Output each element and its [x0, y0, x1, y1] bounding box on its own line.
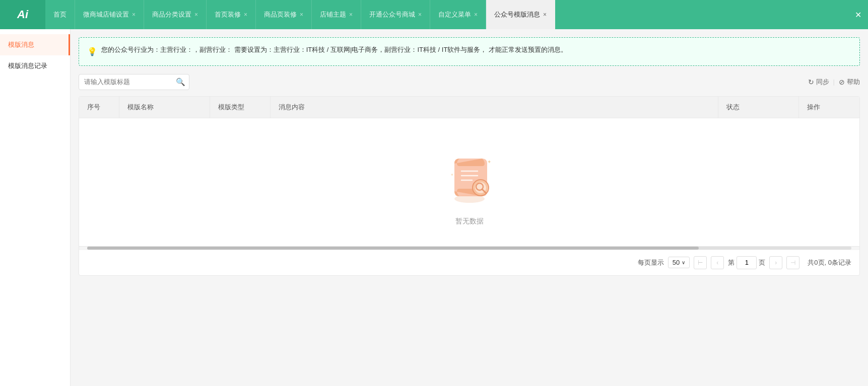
col-actions: 操作 [799, 97, 859, 118]
per-page-dropdown-icon: ∨ [682, 260, 685, 265]
nav-tab-label-home: 首页 [53, 10, 66, 19]
nav-tab-open-mall[interactable]: 开通公众号商城× [361, 0, 430, 29]
per-page-label: 每页显示 [638, 258, 664, 267]
nav-tab-category-settings[interactable]: 商品分类设置× [144, 0, 207, 29]
col-content: 消息内容 [271, 97, 718, 118]
table-header: 序号 模版名称 模版类型 消息内容 状态 操作 [79, 97, 859, 118]
search-bar: 🔍 ↻ 同步 | ⊘ 帮助 [79, 74, 860, 90]
nav-tabs: 首页微商城店铺设置×商品分类设置×首页装修×商品页装修×店铺主题×开通公众号商城… [45, 0, 848, 29]
nav-tab-homepage-decoration[interactable]: 首页装修× [207, 0, 256, 29]
help-button[interactable]: ⊘ 帮助 [839, 78, 860, 87]
search-left: 🔍 [79, 74, 189, 90]
data-table: 序号 模版名称 模版类型 消息内容 状态 操作 [79, 96, 860, 276]
col-type: 模版类型 [210, 97, 271, 118]
close-all-button[interactable]: ✕ [848, 0, 868, 29]
nav-tab-label-shop-settings: 微商城店铺设置 [83, 10, 129, 19]
scrollbar-row[interactable] [79, 246, 859, 250]
close-tab-icon-product-decoration[interactable]: × [300, 11, 303, 18]
last-page-button[interactable]: ⊣ [786, 256, 799, 269]
nav-tab-label-open-mall: 开通公众号商城 [369, 10, 415, 19]
close-tab-icon-homepage-decoration[interactable]: × [244, 11, 247, 18]
nav-tab-label-product-decoration: 商品页装修 [264, 10, 297, 19]
close-tab-icon-custom-menu[interactable]: × [474, 11, 478, 18]
page-input-wrap: 第 页 [728, 256, 765, 269]
nav-tab-label-homepage-decoration: 首页装修 [215, 10, 241, 19]
empty-illustration: ✦ ✦ [439, 148, 500, 209]
nav-tab-store-theme[interactable]: 店铺主题× [312, 0, 361, 29]
nav-tab-shop-settings[interactable]: 微商城店铺设置× [75, 0, 144, 29]
logo: Ai [0, 0, 45, 29]
prev-page-button[interactable]: ‹ [711, 256, 724, 269]
sidebar-item-template-record[interactable]: 模版消息记录 [0, 55, 70, 76]
scrollbar-thumb[interactable] [87, 247, 699, 250]
nav-tab-template-message[interactable]: 公众号模版消息× [486, 0, 555, 29]
sync-icon: ↻ [808, 78, 814, 86]
page-number-input[interactable] [737, 256, 757, 269]
content-area: 💡 您的公众号行业为：主营行业：，副营行业： 需要设置为：主营行业：IT科技 /… [71, 29, 868, 386]
search-input[interactable] [79, 74, 189, 90]
empty-text: 暂无数据 [455, 217, 484, 226]
nav-tab-label-store-theme: 店铺主题 [320, 10, 346, 19]
per-page-value: 50 [673, 259, 680, 266]
svg-text:✦: ✦ [487, 159, 491, 165]
svg-text:✦: ✦ [450, 173, 454, 177]
divider: | [833, 78, 835, 86]
close-tab-icon-shop-settings[interactable]: × [132, 11, 136, 18]
empty-state: ✦ ✦ 暂无数据 [79, 118, 859, 246]
nav-tab-custom-menu[interactable]: 自定义菜单× [430, 0, 486, 29]
nav-tab-label-custom-menu: 自定义菜单 [438, 10, 471, 19]
nav-tab-home[interactable]: 首页 [45, 0, 75, 29]
per-page-select[interactable]: 50 ∨ [668, 257, 690, 268]
close-tab-icon-open-mall[interactable]: × [418, 11, 422, 18]
notice-box: 💡 您的公众号行业为：主营行业：，副营行业： 需要设置为：主营行业：IT科技 /… [79, 37, 860, 66]
notice-icon: 💡 [87, 45, 97, 58]
col-status: 状态 [718, 97, 799, 118]
help-icon: ⊘ [839, 78, 845, 86]
sync-button[interactable]: ↻ 同步 [808, 78, 829, 87]
sidebar: 模版消息 模版消息记录 [0, 29, 71, 386]
top-nav: Ai 首页微商城店铺设置×商品分类设置×首页装修×商品页装修×店铺主题×开通公众… [0, 0, 868, 29]
col-index: 序号 [79, 97, 119, 118]
search-input-wrap: 🔍 [79, 74, 189, 90]
col-name: 模版名称 [119, 97, 210, 118]
close-tab-icon-category-settings[interactable]: × [194, 11, 198, 18]
close-tab-icon-template-message[interactable]: × [543, 11, 547, 18]
search-button[interactable]: 🔍 [176, 78, 185, 87]
search-right: ↻ 同步 | ⊘ 帮助 [808, 78, 860, 87]
nav-tab-label-category-settings: 商品分类设置 [152, 10, 191, 19]
nav-tab-label-template-message: 公众号模版消息 [494, 10, 540, 19]
total-info: 共0页, 0条记录 [808, 258, 851, 267]
pagination: 每页显示 50 ∨ ⊢ ‹ 第 页 › ⊣ 共0页, 0条记录 [79, 250, 859, 275]
main-layout: 模版消息 模版消息记录 💡 您的公众号行业为：主营行业：，副营行业： 需要设置为… [0, 29, 868, 386]
close-tab-icon-store-theme[interactable]: × [349, 11, 353, 18]
sidebar-item-template-message[interactable]: 模版消息 [0, 34, 70, 55]
nav-tab-product-decoration[interactable]: 商品页装修× [256, 0, 312, 29]
scrollbar-track[interactable] [87, 247, 851, 250]
first-page-button[interactable]: ⊢ [694, 256, 707, 269]
notice-text: 您的公众号行业为：主营行业：，副营行业： 需要设置为：主营行业：IT科技 / 互… [101, 45, 567, 55]
next-page-button[interactable]: › [769, 256, 782, 269]
